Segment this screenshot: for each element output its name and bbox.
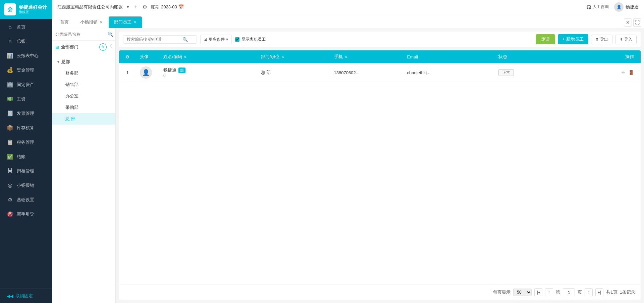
employee-dept-badge: 部 xyxy=(178,68,185,73)
company-dropdown-icon[interactable]: ▾ xyxy=(127,4,129,9)
dept-search-input[interactable] xyxy=(55,32,106,37)
page-label-before: 第 xyxy=(556,289,560,295)
collapse-tree-button[interactable]: 《 xyxy=(108,43,112,51)
dept-item-general[interactable]: ▾ 总部 xyxy=(52,56,115,68)
sidebar-item-tax[interactable]: 📋 税务管理 xyxy=(0,135,52,149)
dept-name: 总部 xyxy=(61,59,70,65)
app-subtitle: 旗舰版 xyxy=(19,10,47,14)
sidebar-item-inventory[interactable]: 📦 库存核算 xyxy=(0,121,52,135)
sidebar-item-funds[interactable]: 💰 资金管理 xyxy=(0,63,52,77)
col-name[interactable]: 姓名/编码 ⇅ xyxy=(159,50,257,63)
sidebar: 会 畅捷通好会计 旗舰版 ⌂ 首页 ≡ 总账 📊 云报表中心 💰 资金管理 🏢 … xyxy=(0,0,52,303)
sidebar-item-home[interactable]: ⌂ 首页 xyxy=(0,20,52,34)
expense-icon: ◎ xyxy=(7,182,13,188)
sidebar-item-archive[interactable]: 🗄 归档管理 xyxy=(0,164,52,178)
next-page-button[interactable]: › xyxy=(585,288,593,296)
employee-avatar: 👤 xyxy=(140,67,152,79)
col-name-sort-icon: ⇅ xyxy=(184,55,186,59)
per-page-select[interactable]: 50 20 100 xyxy=(513,289,532,296)
expand-tab-button[interactable]: ⛶ xyxy=(633,18,641,27)
sidebar-item-label: 云报表中心 xyxy=(17,53,39,59)
sidebar-item-settings[interactable]: ⚙ 基础设置 xyxy=(0,192,52,207)
edit-employee-button[interactable]: ✏ xyxy=(622,70,626,75)
show-resigned-checkbox[interactable] xyxy=(235,37,239,42)
tab-home[interactable]: 首页 xyxy=(55,16,74,28)
toolbar-right: 邀请 + 新增员工 ⬆ 导出 ⬇ 导入 xyxy=(536,34,637,44)
import-button[interactable]: ⬇ 导入 xyxy=(615,35,637,44)
sidebar-item-label: 工资 xyxy=(17,96,25,102)
col-settings[interactable]: ⚙ xyxy=(119,50,136,63)
dept-item-general2[interactable]: 总 部 xyxy=(52,113,115,125)
invoice-icon: 🧾 xyxy=(7,110,13,117)
filter-label: 更多条件 xyxy=(209,37,225,42)
more-filter-button[interactable]: ⊿ 更多条件 ▾ xyxy=(200,35,232,44)
sidebar-item-label: 固定资产 xyxy=(17,82,34,88)
pin-icon: ◀◀ xyxy=(7,294,13,299)
export-button[interactable]: ⬆ 导出 xyxy=(591,35,612,44)
employee-toolbar: 🔍 ⊿ 更多条件 ▾ 显示离职员工 邀请 + 新增员工 ⬆ 导出 xyxy=(119,32,641,47)
show-resigned-checkbox-label[interactable]: 显示离职员工 xyxy=(235,37,266,42)
support-button[interactable]: 🎧 人工咨询 xyxy=(586,4,609,10)
add-company-button[interactable]: ＋ xyxy=(133,3,139,10)
add-employee-button[interactable]: + 新增员工 xyxy=(558,34,588,44)
dept-name: 办公室 xyxy=(65,93,78,99)
dept-item-purchase[interactable]: 采购部 xyxy=(52,102,115,113)
dept-item-sales[interactable]: 销售部 xyxy=(52,79,115,90)
col-phone[interactable]: 手机 ⇅ xyxy=(330,50,403,63)
settings-gear-icon[interactable]: ⚙ xyxy=(143,4,147,10)
sidebar-item-reports[interactable]: 📊 云报表中心 xyxy=(0,48,52,63)
row-num: 1 xyxy=(119,63,136,82)
user-name: 畅捷通 xyxy=(626,4,639,10)
sidebar-item-label: 小畅报销 xyxy=(17,182,34,188)
employee-name: 畅捷通 xyxy=(163,67,176,73)
tab-expense[interactable]: 小畅报销 ✕ xyxy=(75,16,108,28)
current-page-input[interactable] xyxy=(563,288,575,296)
delete-employee-button[interactable]: 🚪 xyxy=(628,70,634,75)
dept-name: 总 部 xyxy=(65,116,75,122)
col-dept[interactable]: 部门/职位 ⇅ xyxy=(257,50,330,63)
tab-dept-employee-close[interactable]: ✕ xyxy=(133,20,137,25)
tab-home-label: 首页 xyxy=(60,19,69,25)
settings-icon: ⚙ xyxy=(7,197,13,203)
user-menu[interactable]: 👤 畅捷通 xyxy=(614,2,639,12)
dept-item-finance[interactable]: 财务部 xyxy=(52,68,115,79)
dept-tree-header: ⊞ 全部部门 ✎ 《 xyxy=(52,41,115,53)
calendar-icon[interactable]: 📅 xyxy=(178,4,184,9)
add-dept-button[interactable]: ✎ xyxy=(99,43,107,51)
period-label: 账期 xyxy=(151,4,160,10)
dept-item-office[interactable]: 办公室 xyxy=(52,90,115,102)
sidebar-item-label: 总账 xyxy=(17,38,25,44)
table-empty-space xyxy=(119,82,641,285)
archive-icon: 🗄 xyxy=(7,168,13,174)
row-dept-cell: 总 部 xyxy=(257,63,330,82)
period-value[interactable]: 2023-03 xyxy=(161,4,177,9)
last-page-button[interactable]: ▸| xyxy=(595,288,603,296)
sidebar-item-guide[interactable]: 🎯 新手引导 xyxy=(0,207,52,221)
dept-name: 销售部 xyxy=(65,82,78,88)
sidebar-item-expense[interactable]: ◎ 小畅报销 xyxy=(0,178,52,192)
sidebar-item-assets[interactable]: 🏢 固定资产 xyxy=(0,77,52,92)
tab-dept-employee-label: 部门员工 xyxy=(114,19,131,25)
export-icon: ⬆ xyxy=(595,37,599,42)
tab-dept-employee[interactable]: 部门员工 ✕ xyxy=(109,16,142,28)
funds-icon: 💰 xyxy=(7,67,13,73)
sidebar-item-payroll[interactable]: 💵 工资 xyxy=(0,92,52,106)
logo-text-block: 畅捷通好会计 旗舰版 xyxy=(19,4,47,15)
first-page-button[interactable]: |◂ xyxy=(534,288,542,296)
sidebar-item-closing[interactable]: ✅ 结账 xyxy=(0,149,52,164)
employee-table-container: ⚙ 头像 姓名/编码 ⇅ 部门/职位 ⇅ 手机 xyxy=(119,50,641,300)
dept-name: 财务部 xyxy=(65,70,78,76)
sidebar-pin-button[interactable]: ◀◀ 取消固定 xyxy=(0,289,52,303)
total-records-label: 共1页, 1条记录 xyxy=(606,289,635,295)
employee-search-icon[interactable]: 🔍 xyxy=(182,37,188,42)
dept-search-icon[interactable]: 🔍 xyxy=(108,32,113,37)
sidebar-item-ledger[interactable]: ≡ 总账 xyxy=(0,34,52,48)
per-page-label: 每页显示 xyxy=(493,289,511,295)
table-header-row: ⚙ 头像 姓名/编码 ⇅ 部门/职位 ⇅ 手机 xyxy=(119,50,641,63)
tab-expense-close[interactable]: ✕ xyxy=(100,20,103,25)
prev-page-button[interactable]: ‹ xyxy=(545,288,553,296)
sidebar-item-invoice[interactable]: 🧾 发票管理 xyxy=(0,106,52,121)
close-tab-button[interactable]: ✕ xyxy=(624,18,632,27)
invite-button[interactable]: 邀请 xyxy=(536,34,555,44)
employee-search-input[interactable] xyxy=(127,37,180,42)
